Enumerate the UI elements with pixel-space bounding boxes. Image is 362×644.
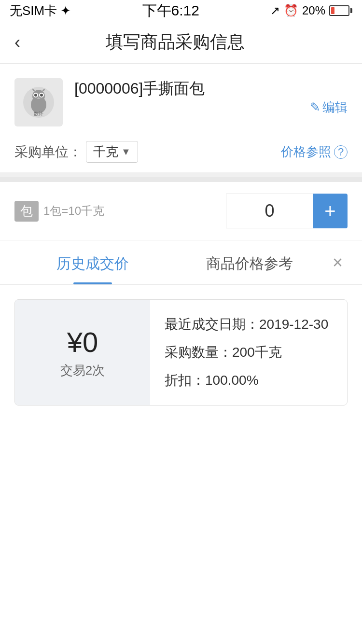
close-button[interactable]: × xyxy=(328,243,348,282)
carrier-text: 无SIM卡 ✦ xyxy=(10,2,71,19)
tab-active-indicator xyxy=(73,282,112,284)
edit-button[interactable]: ✎ 编辑 xyxy=(310,99,348,116)
unit-box: 包 xyxy=(14,201,39,222)
section-divider xyxy=(0,177,362,182)
unit-conversion: 1包=10千克 xyxy=(43,203,104,219)
question-icon: ? xyxy=(334,145,348,159)
history-trade-count: 交易2次 xyxy=(60,362,105,379)
white-fill xyxy=(0,420,362,644)
history-price: ¥0 xyxy=(67,326,98,358)
unit-label: 采购单位： 千克 ▼ xyxy=(14,141,138,163)
history-right-panel: 最近成交日期：2019-12-30 采购数量：200千克 折扣：100.00% xyxy=(150,300,347,405)
dropdown-arrow-icon: ▼ xyxy=(121,146,131,157)
battery-icon xyxy=(329,5,352,16)
product-header-row: 数计 [0000006]手撕面包 ✎ 编辑 xyxy=(14,78,348,136)
price-ref-link[interactable]: 价格参照 ? xyxy=(281,143,348,160)
history-card: ¥0 交易2次 最近成交日期：2019-12-30 采购数量：200千克 折扣：… xyxy=(14,299,348,406)
back-button[interactable]: ‹ xyxy=(14,32,20,53)
edit-icon: ✎ xyxy=(310,100,320,115)
purchase-qty-row: 采购数量：200千克 xyxy=(165,342,333,363)
alarm-icon: ⏰ xyxy=(284,4,298,17)
product-card: 数计 [0000006]手撕面包 ✎ 编辑 采购单位： 千克 ▼ 价格参照 ? xyxy=(0,64,362,172)
tabs-row: 历史成交价 商品价格参考 × xyxy=(0,240,362,285)
quantity-input[interactable] xyxy=(226,194,313,228)
page-title: 填写商品采购信息 xyxy=(30,30,320,54)
product-header: 数计 [0000006]手撕面包 xyxy=(14,78,205,126)
product-image: 数计 xyxy=(14,78,63,126)
status-carrier: 无SIM卡 ✦ xyxy=(10,2,71,19)
product-name: [0000006]手撕面包 xyxy=(74,78,205,99)
status-time: 下午6:12 xyxy=(142,1,199,21)
status-bar: 无SIM卡 ✦ 下午6:12 ↗ ⏰ 20% xyxy=(0,0,362,21)
recent-date-row: 最近成交日期：2019-12-30 xyxy=(165,314,333,335)
bottom-panel: 历史成交价 商品价格参考 × ¥0 交易2次 最近成交日期：2019-12-30… xyxy=(0,240,362,644)
battery-pct: 20% xyxy=(302,4,325,17)
discount-row: 折扣：100.00% xyxy=(165,370,333,391)
product-info: [0000006]手撕面包 xyxy=(74,78,205,101)
status-icons: ↗ ⏰ 20% xyxy=(270,4,352,17)
quantity-row: 包 1包=10千克 + xyxy=(0,182,362,240)
svg-point-6 xyxy=(40,94,43,97)
history-left-panel: ¥0 交易2次 xyxy=(15,300,150,405)
product-thumbnail: 数计 xyxy=(22,85,56,119)
location-icon: ↗ xyxy=(270,4,280,17)
product-unit-row: 采购单位： 千克 ▼ 价格参照 ? xyxy=(14,141,348,163)
svg-point-5 xyxy=(34,94,37,97)
quantity-unit-label: 包 1包=10千克 xyxy=(14,201,216,222)
svg-text:数计: 数计 xyxy=(34,111,43,116)
tab-price-reference[interactable]: 商品价格参考 xyxy=(171,240,327,284)
unit-select[interactable]: 千克 ▼ xyxy=(86,141,138,163)
tab-history-price[interactable]: 历史成交价 xyxy=(14,240,171,284)
quantity-plus-button[interactable]: + xyxy=(313,194,348,228)
quantity-control: + xyxy=(226,194,348,228)
nav-bar: ‹ 填写商品采购信息 xyxy=(0,21,362,64)
